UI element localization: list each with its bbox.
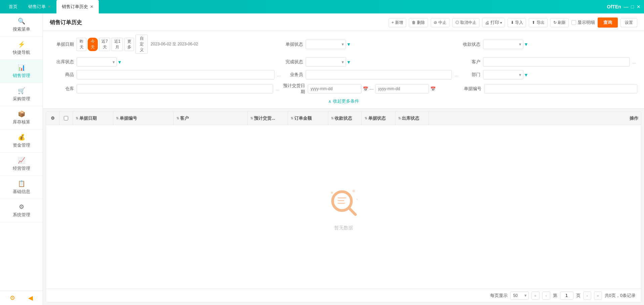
calendar-start-icon[interactable]: 📅 <box>363 86 368 91</box>
date-1month[interactable]: 近1月 <box>112 38 123 51</box>
warehouse-input[interactable] <box>77 84 273 93</box>
last-page-button[interactable]: » <box>594 292 602 300</box>
svg-rect-2 <box>338 197 346 198</box>
import-button[interactable]: ⬇ 导入 <box>508 18 526 27</box>
page-header: 销售订单历史 + 新增 🗑 删除 ⊘ 中止 ◎ 取消中止 🖨 打印 ▾ ⬇ 导入… <box>43 13 644 31</box>
collect-status-select[interactable] <box>483 40 523 49</box>
delivery-date-label: 预计交货日期 <box>281 83 308 95</box>
th-outstatus-sort-icon[interactable]: ⇅ <box>398 116 401 120</box>
customer-input[interactable] <box>483 57 630 67</box>
dept-select[interactable] <box>483 70 523 79</box>
calendar-end-icon[interactable]: 📅 <box>430 86 436 91</box>
doc-no-control <box>484 84 637 93</box>
out-status-select[interactable] <box>77 57 117 67</box>
salesman-more-btn[interactable]: ... <box>453 72 460 77</box>
tab-sales-history[interactable]: 销售订单历史 ✕ <box>56 0 99 13</box>
th-collect: ⇅ 收款状态 <box>328 112 362 125</box>
sidebar-collapse-icon[interactable]: ◀ <box>28 294 33 302</box>
settings-button[interactable]: 设置 <box>620 18 637 27</box>
date-more[interactable]: 更多 <box>124 38 134 51</box>
print-label: 打印 <box>490 20 499 26</box>
th-settings[interactable]: ⚙ <box>46 112 59 125</box>
filter-row-3: 商品 ... 业务员 ... 部门 ▾ <box>50 70 637 79</box>
operations-icon: 📈 <box>18 157 25 164</box>
th-collect-sort-icon[interactable]: ⇅ <box>331 116 334 120</box>
tab-home[interactable]: 首页 <box>3 0 23 13</box>
date-label: 单据日期 <box>50 41 77 47</box>
th-delivery-sort-icon[interactable]: ⇅ <box>250 116 253 120</box>
th-docno-sort-icon[interactable]: ⇅ <box>116 116 119 120</box>
doc-no-input[interactable] <box>484 84 637 93</box>
new-button[interactable]: + 新增 <box>389 18 406 27</box>
sidebar-item-basic-info-label: 基础信息 <box>13 189 30 195</box>
maximize-button[interactable]: □ <box>631 4 634 9</box>
svg-point-7 <box>356 199 358 200</box>
show-detail-checkbox[interactable] <box>571 20 576 25</box>
sidebar-item-search[interactable]: 🔍 搜索菜单 <box>0 13 43 37</box>
date-control: 昨天 今天 近7天 近1月 更多 自定义 2023-06-02 至 2023-0… <box>77 35 282 54</box>
customer-more-btn[interactable]: ... <box>631 60 637 65</box>
delete-button[interactable]: 🗑 删除 <box>409 18 428 27</box>
per-page-select[interactable]: 50 100 <box>510 292 529 300</box>
complete-status-label: 完成状态 <box>282 59 306 65</box>
page-input[interactable] <box>560 292 573 300</box>
tab-sales-history-close[interactable]: ✕ <box>90 4 93 9</box>
close-button[interactable]: ✕ <box>637 4 641 9</box>
doc-status-select[interactable] <box>306 40 346 49</box>
content-area: 销售订单历史 + 新增 🗑 删除 ⊘ 中止 ◎ 取消中止 🖨 打印 ▾ ⬇ 导入… <box>43 13 644 305</box>
th-customer-sort-icon[interactable]: ⇅ <box>176 116 179 120</box>
minimize-button[interactable]: — <box>624 4 629 9</box>
search-menu-icon: 🔍 <box>18 17 25 25</box>
next-page-button[interactable]: › <box>583 292 591 300</box>
sidebar-item-operations[interactable]: 📈 经营管理 <box>0 153 43 176</box>
tab-sales-order-close[interactable]: ✕ <box>48 4 51 9</box>
prev-page-button[interactable]: ‹ <box>542 292 550 300</box>
print-button[interactable]: 🖨 打印 ▾ <box>482 18 505 27</box>
sidebar-item-inventory[interactable]: 📦 库存核算 <box>0 106 43 129</box>
stop-button[interactable]: ⊘ 中止 <box>431 18 449 27</box>
th-collect-label: 收款状态 <box>335 115 352 121</box>
salesman-input[interactable] <box>306 70 452 79</box>
date-yesterday[interactable]: 昨天 <box>77 38 86 51</box>
tab-home-label: 首页 <box>9 4 17 10</box>
show-detail-checkbox-wrapper: 显示明细 <box>571 20 595 26</box>
tab-sales-order[interactable]: 销售订单 ✕ <box>23 0 56 13</box>
first-page-button[interactable]: « <box>531 292 540 300</box>
basic-info-icon: 📋 <box>18 180 25 187</box>
finance-icon: 💰 <box>18 134 25 141</box>
th-date-sort-icon[interactable]: ⇅ <box>76 116 78 120</box>
date-custom[interactable]: 自定义 <box>135 35 148 54</box>
th-docstatus-sort-icon[interactable]: ⇅ <box>364 116 367 120</box>
sidebar-item-finance[interactable]: 💰 资金管理 <box>0 129 43 153</box>
delivery-date-start[interactable] <box>308 84 361 93</box>
cancel-stop-button[interactable]: ◎ 取消中止 <box>452 18 479 27</box>
sidebar-settings-icon[interactable]: ⚙ <box>10 294 15 302</box>
sidebar-item-sales[interactable]: 📊 销售管理 <box>0 60 43 83</box>
date-7days[interactable]: 近7天 <box>99 38 111 51</box>
complete-status-select[interactable] <box>306 57 346 67</box>
sidebar-item-system[interactable]: ⚙ 系统管理 <box>0 199 43 222</box>
th-amount-sort-icon[interactable]: ⇅ <box>291 116 293 120</box>
date-today[interactable]: 今天 <box>88 38 97 51</box>
collapse-row[interactable]: ∧ 收起更多条件 <box>50 98 637 104</box>
purchase-icon: 🛒 <box>18 87 25 94</box>
sidebar-item-basic-info[interactable]: 📋 基础信息 <box>0 176 43 199</box>
th-action: 操作 <box>429 112 641 125</box>
sidebar-item-quick-nav[interactable]: ⚡ 快捷导航 <box>0 37 43 60</box>
refresh-button[interactable]: ↻ 刷新 <box>550 18 569 27</box>
sidebar-item-quick-nav-label: 快捷导航 <box>13 49 30 55</box>
export-button[interactable]: ⬆ 导出 <box>529 18 547 27</box>
sidebar-item-search-label: 搜索菜单 <box>13 26 30 32</box>
tab-sales-history-label: 销售订单历史 <box>62 4 88 10</box>
toolbar: + 新增 🗑 删除 ⊘ 中止 ◎ 取消中止 🖨 打印 ▾ ⬇ 导入 ⬆ 导出 ↻… <box>389 17 637 28</box>
main-layout: 🔍 搜索菜单 ⚡ 快捷导航 📊 销售管理 🛒 采购管理 📦 库存核算 💰 资金管… <box>0 13 644 305</box>
delivery-date-end[interactable] <box>375 84 429 93</box>
warehouse-more-btn[interactable]: ... <box>274 86 281 91</box>
th-checkbox[interactable] <box>59 112 73 125</box>
select-all-checkbox[interactable] <box>64 116 68 120</box>
goods-input[interactable] <box>77 70 274 79</box>
goods-more-btn[interactable]: ... <box>276 72 282 77</box>
sidebar-item-purchase[interactable]: 🛒 采购管理 <box>0 83 43 106</box>
collect-dropdown-icon: ▾ <box>525 41 527 47</box>
query-button[interactable]: 查询 <box>598 17 618 28</box>
